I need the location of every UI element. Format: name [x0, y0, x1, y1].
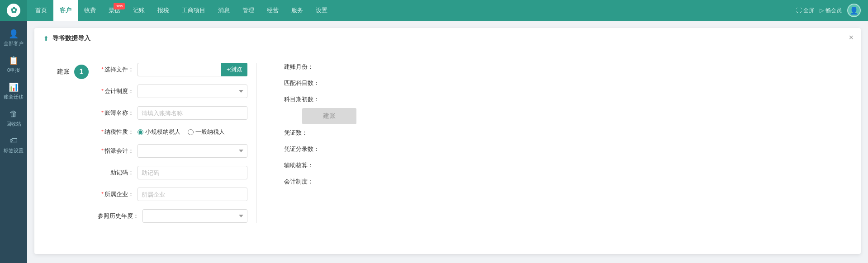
- build-btn-area: 建账: [266, 103, 393, 129]
- info-section-2: 凭证数： 凭证分录数： 辅助核算： 会计制度：: [266, 129, 393, 186]
- voucher-count-row: 凭证分录数：: [284, 145, 393, 153]
- tax-type-label: *纳税性质：: [98, 128, 134, 136]
- upload-icon: ⬆: [43, 35, 49, 42]
- accountant-row: *指派会计：: [98, 144, 247, 158]
- nav-items: 首页 客户 收费 票据 new 记账 报税 工商项目 消息 管理 经营 服务 设…: [27, 0, 796, 21]
- member-button[interactable]: ▷ 畅会员: [820, 7, 842, 14]
- nav-item-account[interactable]: 记账: [127, 0, 151, 21]
- content-area: ⬆ 导爷数据导入 × 建账 1: [27, 21, 868, 263]
- step-circle: 1: [74, 65, 89, 79]
- dialog-panel: ⬆ 导爷数据导入 × 建账 1: [34, 28, 861, 254]
- nav-item-settings[interactable]: 设置: [309, 0, 334, 21]
- nav-item-service[interactable]: 服务: [285, 0, 309, 21]
- small-taxpayer-option[interactable]: 小规模纳税人: [138, 128, 180, 136]
- file-input[interactable]: [138, 63, 221, 76]
- month-label: 建账月份：: [284, 63, 325, 71]
- history-year-label: 参照历史年度：: [98, 212, 139, 220]
- fullscreen-icon: ⛶: [796, 7, 802, 14]
- initial-subject-row: 科目期初数：: [284, 95, 393, 103]
- account-name-label: *账簿名称：: [98, 109, 134, 117]
- nav-item-customer[interactable]: 客户: [53, 0, 78, 21]
- main-layout: 👤 全部客户 📋 0申报 📊 账套迁移 🗑 回收站 🏷 标签设置 ⬆ 导爷数据导…: [0, 21, 868, 263]
- acc-system-row: 会计制度：: [284, 178, 393, 186]
- file-input-row: +浏览: [138, 63, 247, 76]
- aux-calc-label: 辅助核算：: [284, 161, 325, 169]
- tag-icon: 🏷: [9, 136, 19, 146]
- voucher-row: 凭证数：: [284, 129, 393, 137]
- nav-item-collection[interactable]: 收费: [78, 0, 102, 21]
- trash-icon: 🗑: [9, 109, 19, 119]
- sidebar-item-all-customers[interactable]: 👤 全部客户: [0, 24, 27, 51]
- match-subject-label: 匹配科目数：: [284, 79, 325, 87]
- form-section: *选择文件： +浏览 *会计制度：: [98, 63, 247, 223]
- user-icon: 👤: [849, 6, 859, 15]
- sidebar-item-recycle[interactable]: 🗑 回收站: [0, 105, 27, 132]
- file-row: *选择文件： +浏览: [98, 63, 247, 76]
- memo-row: 助记码：: [98, 166, 247, 179]
- month-row: 建账月份：: [284, 63, 393, 71]
- history-year-select[interactable]: [142, 209, 247, 223]
- tax-type-radio-group: 小规模纳税人 一般纳税人: [138, 128, 247, 136]
- sidebar: 👤 全部客户 📋 0申报 📊 账套迁移 🗑 回收站 🏷 标签设置: [0, 21, 27, 263]
- invoice-badge: new: [114, 3, 125, 9]
- sidebar-item-tag-settings[interactable]: 🏷 标签设置: [0, 132, 27, 158]
- step-label: 建账: [57, 68, 70, 76]
- nav-item-invoice[interactable]: 票据 new: [102, 0, 127, 21]
- logo-symbol: ✿: [10, 5, 17, 15]
- accounting-system-select[interactable]: [138, 85, 247, 98]
- company-input[interactable]: [138, 188, 247, 201]
- user-icon: 👤: [9, 29, 19, 39]
- nav-item-tax[interactable]: 报税: [151, 0, 175, 21]
- declaration-icon: 📋: [9, 56, 19, 66]
- voucher-label: 凭证数：: [284, 129, 325, 137]
- migration-icon: 📊: [9, 82, 19, 92]
- accountant-label: *指派会计：: [98, 147, 134, 155]
- aux-calc-row: 辅助核算：: [284, 161, 393, 169]
- tax-type-row: *纳税性质： 小规模纳税人 一般纳税人: [98, 128, 247, 136]
- memo-label: 助记码：: [98, 169, 134, 177]
- memo-input[interactable]: [138, 166, 247, 179]
- nav-right: ⛶ 全屏 ▷ 畅会员 👤: [796, 4, 868, 17]
- nav-item-manage[interactable]: 管理: [236, 0, 261, 21]
- accounting-system-row: *会计制度：: [98, 85, 247, 98]
- nav-item-home[interactable]: 首页: [29, 0, 53, 21]
- app-logo: ✿: [0, 0, 27, 21]
- required-star: *: [101, 88, 104, 94]
- logo-icon: ✿: [7, 4, 20, 17]
- step-section: 建账 1: [43, 63, 98, 79]
- company-row: *所属企业：: [98, 188, 247, 201]
- company-label: *所属企业：: [98, 190, 134, 198]
- sidebar-item-account-migration[interactable]: 📊 账套迁移: [0, 78, 27, 104]
- top-navigation: ✿ 首页 客户 收费 票据 new 记账 报税 工商项目 消息 管理 经营 服务…: [0, 0, 868, 21]
- file-label: *选择文件：: [98, 66, 134, 74]
- accountant-select[interactable]: [138, 144, 247, 158]
- history-year-row: 参照历史年度：: [98, 209, 247, 223]
- fullscreen-button[interactable]: ⛶ 全屏: [796, 7, 814, 14]
- close-button[interactable]: ×: [849, 33, 854, 42]
- account-name-input[interactable]: [138, 106, 247, 120]
- nav-item-business[interactable]: 工商项目: [175, 0, 212, 21]
- dialog-header: ⬆ 导爷数据导入 ×: [34, 28, 861, 49]
- avatar[interactable]: 👤: [847, 4, 861, 17]
- required-star: *: [101, 109, 104, 116]
- general-taxpayer-option[interactable]: 一般纳税人: [188, 128, 225, 136]
- required-star: *: [101, 147, 104, 154]
- required-star: *: [101, 66, 104, 73]
- general-taxpayer-radio[interactable]: [188, 129, 194, 135]
- voucher-count-label: 凭证分录数：: [284, 145, 325, 153]
- required-star: *: [101, 191, 104, 197]
- required-star: *: [101, 128, 104, 135]
- play-icon: ▷: [820, 7, 824, 14]
- build-account-button[interactable]: 建账: [302, 108, 356, 124]
- account-name-row: *账簿名称：: [98, 106, 247, 120]
- step-row: 建账 1: [57, 65, 89, 79]
- accounting-system-label: *会计制度：: [98, 87, 134, 95]
- right-section: 建账月份： 匹配科目数： 科目期初数：: [266, 63, 393, 223]
- dialog-body: 建账 1 *选择文件：: [34, 49, 861, 232]
- dialog-title: 导爷数据导入: [52, 34, 90, 42]
- browse-button[interactable]: +浏览: [221, 63, 247, 76]
- small-taxpayer-radio[interactable]: [138, 129, 143, 135]
- nav-item-operation[interactable]: 经营: [261, 0, 285, 21]
- sidebar-item-declaration[interactable]: 📋 0申报: [0, 51, 27, 78]
- nav-item-message[interactable]: 消息: [212, 0, 236, 21]
